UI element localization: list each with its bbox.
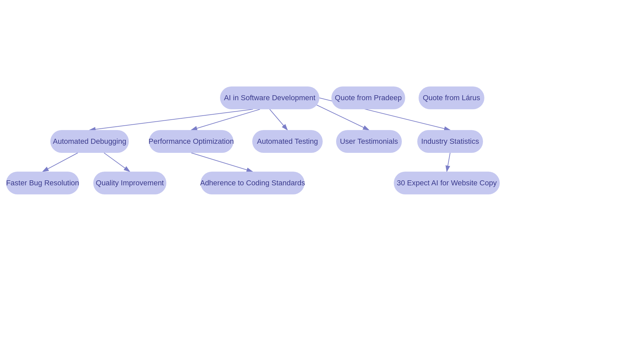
svg-line-7 [191,153,253,172]
svg-line-1 [191,109,260,130]
node-user-testimonials: User Testimonials [336,130,402,153]
node-quote-pradeep: Quote from Pradeep [331,86,405,109]
node-industry-statistics: Industry Statistics [417,130,483,153]
diagram-container: AI in Software Development Quote from Pr… [0,0,644,363]
svg-line-6 [104,153,130,172]
node-automated-debugging: Automated Debugging [50,130,129,153]
node-performance-optimization: Performance Optimization [149,130,233,153]
node-quality-improvement: Quality Improvement [93,172,166,194]
node-ai-website-copy: 30 Expect AI for Website Copy [394,172,500,194]
svg-line-2 [270,109,287,130]
svg-line-0 [90,109,253,130]
svg-line-8 [447,153,450,172]
node-quote-larus: Quote from Lárus [419,86,484,109]
node-faster-bug: Faster Bug Resolution [6,172,79,194]
node-adherence-coding: Adherence to Coding Standards [201,172,305,194]
node-automated-testing: Automated Testing [252,130,323,153]
node-ai-software: AI in Software Development [220,86,319,109]
svg-line-5 [43,153,78,172]
